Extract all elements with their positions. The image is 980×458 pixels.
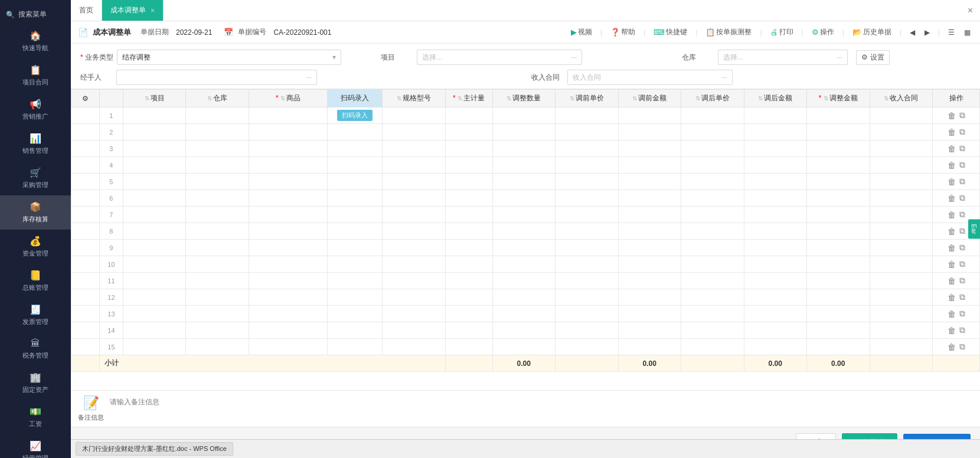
copy-icon[interactable]: ⧉ [959, 325, 965, 335]
row-adj-amount[interactable] [807, 322, 870, 339]
row-project[interactable] [123, 223, 186, 240]
row-warehouse[interactable] [186, 306, 249, 322]
row-warehouse[interactable] [186, 207, 249, 223]
row-before-price[interactable] [556, 306, 619, 322]
col-header-settings[interactable]: ⚙ [71, 90, 100, 107]
row-income[interactable] [870, 174, 933, 190]
row-warehouse[interactable] [186, 190, 249, 207]
row-adj-amount[interactable] [807, 273, 870, 289]
row-product[interactable] [249, 306, 327, 322]
sidebar-item-inventory[interactable]: 📦 库存核算 [0, 195, 71, 230]
row-after-amount[interactable] [744, 240, 807, 256]
row-adj-amount[interactable] [807, 124, 870, 140]
row-after-amount[interactable] [744, 223, 807, 240]
row-unit[interactable] [445, 273, 492, 289]
row-before-price[interactable] [556, 339, 619, 355]
row-income[interactable] [870, 273, 933, 289]
row-scan[interactable] [327, 322, 382, 339]
row-adj-qty[interactable] [492, 256, 556, 273]
action-ops[interactable]: ⚙ 操作 [809, 26, 837, 38]
row-before-amount[interactable] [618, 256, 681, 273]
row-before-price[interactable] [556, 140, 619, 157]
row-spec[interactable] [383, 140, 446, 157]
row-project[interactable] [123, 256, 186, 273]
row-adj-qty[interactable] [492, 306, 556, 322]
copy-icon[interactable]: ⧉ [959, 226, 965, 236]
row-scan[interactable] [327, 207, 382, 223]
delete-icon[interactable]: 🗑 [948, 276, 956, 286]
delete-icon[interactable]: 🗑 [948, 111, 956, 120]
row-income[interactable] [870, 339, 933, 355]
row-after-price[interactable] [681, 223, 744, 240]
list-view-icon[interactable]: ☰ [946, 27, 957, 38]
row-spec[interactable] [383, 207, 446, 223]
row-before-price[interactable] [556, 256, 619, 273]
row-before-amount[interactable] [618, 157, 681, 174]
row-adj-amount[interactable] [807, 157, 870, 174]
row-project[interactable] [123, 107, 186, 124]
row-spec[interactable] [383, 289, 446, 306]
action-print[interactable]: 🖨 打印 [768, 26, 796, 38]
row-adj-amount[interactable] [807, 174, 870, 190]
row-after-amount[interactable] [744, 289, 807, 306]
row-after-price[interactable] [681, 339, 744, 355]
row-after-price[interactable] [681, 157, 744, 174]
row-warehouse[interactable] [186, 223, 249, 240]
row-income[interactable] [870, 306, 933, 322]
copy-icon[interactable]: ⧉ [959, 160, 965, 170]
row-before-amount[interactable] [618, 223, 681, 240]
notes-input[interactable] [110, 395, 973, 408]
col-header-adjqty[interactable]: ⇅调整数量 [492, 90, 556, 107]
row-unit[interactable] [445, 107, 492, 124]
copy-icon[interactable]: ⧉ [959, 210, 965, 220]
row-scan[interactable] [327, 174, 382, 190]
sidebar-item-finance[interactable]: 💰 资金管理 [0, 230, 71, 264]
row-income[interactable] [870, 256, 933, 273]
col-header-warehouse[interactable]: ⇅仓库 [186, 90, 249, 107]
row-before-price[interactable] [556, 240, 619, 256]
row-product[interactable] [249, 140, 327, 157]
sidebar-item-assets[interactable]: 🏢 固定资产 [0, 366, 71, 400]
row-after-amount[interactable] [744, 157, 807, 174]
row-spec[interactable] [383, 322, 446, 339]
row-after-price[interactable] [681, 190, 744, 207]
delete-icon[interactable]: 🗑 [948, 227, 956, 236]
col-header-scan[interactable]: 扫码录入 [327, 90, 382, 107]
row-unit[interactable] [445, 339, 492, 355]
delete-icon[interactable]: 🗑 [948, 210, 956, 220]
row-spec[interactable] [383, 223, 446, 240]
row-after-amount[interactable] [744, 306, 807, 322]
row-product[interactable] [249, 124, 327, 140]
row-adj-qty[interactable] [492, 207, 556, 223]
row-before-price[interactable] [556, 289, 619, 306]
row-warehouse[interactable] [186, 289, 249, 306]
warehouse-input[interactable]: 选择... ··· [718, 50, 848, 65]
sidebar-item-purchase[interactable]: 🛒 采购管理 [0, 161, 71, 195]
col-header-afterprice[interactable]: ⇅调后单价 [681, 90, 744, 107]
sidebar-item-mgmt[interactable]: 📈 经营管理 [0, 434, 71, 458]
row-adj-amount[interactable] [807, 289, 870, 306]
row-scan[interactable] [327, 289, 382, 306]
row-after-price[interactable] [681, 289, 744, 306]
row-income[interactable] [870, 240, 933, 256]
row-adj-amount[interactable] [807, 256, 870, 273]
row-spec[interactable] [383, 273, 446, 289]
action-history[interactable]: 📂 历史单据 [850, 26, 894, 38]
row-product[interactable] [249, 174, 327, 190]
row-after-amount[interactable] [744, 207, 807, 223]
row-spec[interactable] [383, 107, 446, 124]
row-before-price[interactable] [556, 273, 619, 289]
row-unit[interactable] [445, 140, 492, 157]
sidebar-item-sales[interactable]: 📊 销售管理 [0, 127, 71, 161]
row-adj-qty[interactable] [492, 174, 556, 190]
row-warehouse[interactable] [186, 256, 249, 273]
row-project[interactable] [123, 157, 186, 174]
row-income[interactable] [870, 289, 933, 306]
row-project[interactable] [123, 124, 186, 140]
delete-icon[interactable]: 🗑 [948, 243, 956, 253]
row-unit[interactable] [445, 306, 492, 322]
row-after-amount[interactable] [744, 124, 807, 140]
row-unit[interactable] [445, 256, 492, 273]
row-income[interactable] [870, 124, 933, 140]
project-input[interactable]: 选择... ··· [417, 50, 582, 65]
